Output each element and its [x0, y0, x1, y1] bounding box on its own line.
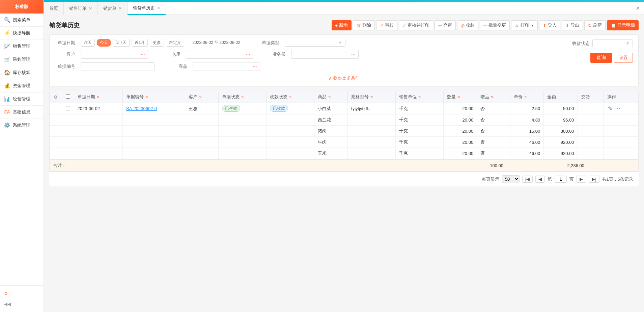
- refresh-button[interactable]: ↻ 刷新: [584, 20, 606, 30]
- row-collect-status: [267, 114, 314, 126]
- tab-home[interactable]: 首页: [44, 2, 64, 15]
- tab-sales-goods-close[interactable]: ✕: [118, 6, 122, 11]
- abandon-button[interactable]: ↩ 弃审: [435, 20, 456, 30]
- row-amount: 96.00: [544, 114, 578, 126]
- tab-sales-goods[interactable]: 销货单 ✕: [98, 2, 128, 15]
- tab-close-all-btn[interactable]: ✕: [632, 5, 644, 11]
- delete-button[interactable]: 🗑 删除: [353, 20, 375, 30]
- page-number-input[interactable]: [555, 176, 567, 183]
- doc-date-sort-icon[interactable]: ⇅: [97, 95, 100, 99]
- goods-sort-icon[interactable]: ⇅: [328, 95, 331, 99]
- collect-button[interactable]: ◎ 收款: [457, 20, 478, 30]
- inventory-icon: 🏠: [4, 70, 10, 76]
- sidebar-item-search-menu[interactable]: 🔍 搜索菜单: [0, 14, 44, 27]
- row-sales-unit: 千克: [396, 137, 444, 148]
- collect-status-sort-icon[interactable]: ⇅: [289, 95, 292, 99]
- collapse-filter-btn[interactable]: ∧ 收起更多条件: [329, 74, 360, 82]
- row-amount: 920.00: [544, 137, 578, 148]
- collect-status-select[interactable]: ▼: [592, 40, 633, 47]
- sidebar-settings-btn[interactable]: ⚙: [0, 288, 44, 299]
- row-sales-unit: 千克: [396, 103, 444, 114]
- price-sort-icon[interactable]: ⇅: [524, 95, 527, 99]
- tab-sales-history[interactable]: 销货单历史 ✕: [128, 2, 166, 15]
- custom-btn[interactable]: 自定义: [166, 39, 184, 47]
- salesperson-input[interactable]: ···: [291, 50, 359, 59]
- row-doc-status: [219, 137, 267, 148]
- row-settings-cell: [50, 137, 62, 148]
- docno-input[interactable]: [81, 62, 155, 71]
- 1month-btn[interactable]: 近1月: [132, 39, 148, 47]
- table-row: 猪肉 千克 20.00 否 15.00 300.00: [50, 126, 638, 137]
- audit-button[interactable]: ✓ 审核: [376, 20, 397, 30]
- collect-status-label: 收款状态: [569, 41, 590, 47]
- goods-input[interactable]: ···: [193, 62, 260, 71]
- tab-sales-order[interactable]: 销售订单 ✕: [64, 2, 98, 15]
- goods-dots-icon[interactable]: ···: [253, 63, 257, 70]
- doc-no-sort-icon[interactable]: ⇅: [145, 95, 148, 99]
- data-table: ⚙ 单据日期 ⇅ 单据编号: [50, 91, 638, 159]
- import-button[interactable]: ⬆ 导入: [539, 20, 560, 30]
- tab-sales-history-close[interactable]: ✕: [157, 6, 160, 10]
- 7days-btn[interactable]: 近7天: [113, 39, 130, 47]
- row-goods: 猪肉: [314, 126, 348, 137]
- yesterday-btn[interactable]: 昨天: [81, 39, 95, 47]
- sidebar-item-operations[interactable]: 📊 经营管理: [0, 93, 44, 106]
- first-page-btn[interactable]: |◀: [522, 176, 533, 183]
- show-detail-button[interactable]: 📋 显示明细: [607, 20, 639, 30]
- row-doc-date: 2023-06-02: [74, 103, 122, 114]
- table-settings-gear-icon[interactable]: ⚙: [54, 95, 58, 100]
- content-area: 销货单历史 + 新增 🗑 删除 ✓ 审核 ✓ 审核并打印: [44, 15, 644, 312]
- customer-dots-icon[interactable]: ···: [141, 51, 145, 57]
- today-btn[interactable]: 今天: [97, 39, 111, 47]
- next-page-btn[interactable]: ▶: [577, 176, 586, 183]
- more-action-icon[interactable]: ⋯: [615, 106, 620, 111]
- row-unit-price: 46.00: [510, 148, 544, 159]
- doc-no-link[interactable]: SA-20230602-0: [126, 106, 157, 111]
- new-button[interactable]: + 新增: [332, 20, 352, 30]
- sidebar-item-inventory[interactable]: 🏠 库存核算: [0, 66, 44, 79]
- total-info: 共1页，5条记录: [602, 176, 633, 182]
- col-spec-type: 规格型号 ⇅: [348, 91, 396, 103]
- sidebar-collapse-btn[interactable]: ◀◀: [0, 299, 44, 309]
- tab-sales-order-close[interactable]: ✕: [89, 6, 92, 11]
- unit-sort-icon[interactable]: ⇅: [418, 95, 421, 99]
- warehouse-input[interactable]: ···: [186, 50, 253, 59]
- batch-change-button[interactable]: ✏ 批量变更: [480, 20, 510, 30]
- more-btn[interactable]: 更多: [150, 39, 164, 47]
- page-size-select[interactable]: 50 100 200: [502, 175, 520, 183]
- filter-settings-button[interactable]: 设置: [614, 53, 633, 63]
- qty-sort-icon[interactable]: ⇅: [457, 95, 460, 99]
- doc-status-sort-icon[interactable]: ⇅: [241, 95, 244, 99]
- page-title: 销货单历史: [49, 21, 332, 29]
- customer-input[interactable]: ···: [81, 50, 148, 59]
- sidebar-item-system-mgmt[interactable]: ⚙️ 系统管理: [0, 119, 44, 132]
- operations-icon: 📊: [4, 96, 10, 102]
- audit-print-button[interactable]: ✓ 审核并打印: [399, 20, 433, 30]
- doc-type-select[interactable]: ▼: [285, 39, 345, 47]
- warehouse-dots-icon[interactable]: ···: [246, 51, 250, 57]
- row-checkbox[interactable]: [66, 106, 70, 110]
- row-checkbox-cell: [62, 103, 74, 114]
- customer-sort-icon[interactable]: ⇅: [199, 95, 202, 99]
- row-quantity: 20.00: [444, 137, 477, 148]
- query-button[interactable]: 查询: [590, 53, 612, 63]
- col-sales-unit: 销售单位 ⇅: [396, 91, 444, 103]
- sidebar-item-purchase-mgmt[interactable]: 🛒 采购管理: [0, 53, 44, 66]
- row-checkbox-cell: [62, 114, 74, 126]
- sidebar-item-quick-nav[interactable]: ⚡ 快捷导航: [0, 27, 44, 40]
- export-button[interactable]: ⬇ 导出: [562, 20, 583, 30]
- prev-page-btn[interactable]: ◀: [535, 176, 545, 183]
- spec-sort-icon[interactable]: ⇅: [370, 95, 373, 99]
- select-all-checkbox[interactable]: [66, 94, 70, 99]
- sidebar-item-finance[interactable]: 💰 资金管理: [0, 79, 44, 93]
- sidebar-item-sales-mgmt[interactable]: 📈 销售管理: [0, 40, 44, 53]
- summary-row: 合计： 100.00 2,286.00: [50, 159, 638, 171]
- sidebar-item-basic-info[interactable]: EA 基础信息: [0, 106, 44, 119]
- row-doc-no: [122, 126, 185, 137]
- salesperson-dots-icon[interactable]: ···: [351, 51, 356, 57]
- print-button[interactable]: 🖨 打印 ▼: [511, 20, 538, 30]
- last-page-btn[interactable]: ▶|: [589, 176, 599, 183]
- gift-sort-icon[interactable]: ⇅: [491, 95, 494, 99]
- edit-action-icon[interactable]: ✎: [608, 106, 612, 111]
- row-customer: 王总: [185, 103, 219, 114]
